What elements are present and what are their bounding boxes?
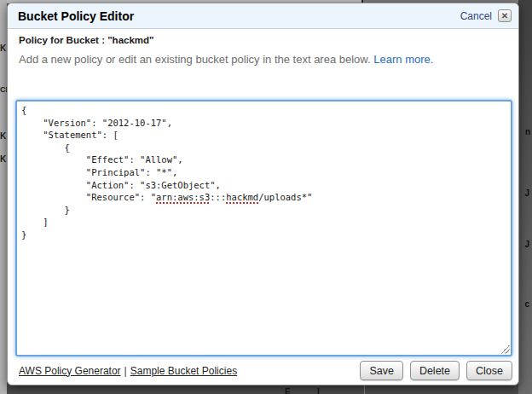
policy-for-bucket-label: Policy for Bucket : "hackmd" xyxy=(19,35,154,45)
background-text-fragment: K xyxy=(0,155,6,164)
link-separator: | xyxy=(124,365,127,377)
policy-textarea[interactable]: { "Version": "2012-10-17", "Statement": … xyxy=(15,100,512,356)
background-text-fragment: J xyxy=(524,189,529,198)
background-text-fragment: c xyxy=(524,300,529,309)
textarea-resize-handle[interactable] xyxy=(501,345,510,354)
background-text-fragment: K xyxy=(0,132,6,141)
aws-policy-generator-link[interactable]: AWS Policy Generator xyxy=(19,365,121,377)
background-page-left xyxy=(0,0,7,394)
dialog-description: Add a new policy or edit an existing buc… xyxy=(19,53,508,66)
background-text-fragment: J xyxy=(524,240,529,249)
background-text-fragment: E xyxy=(285,388,291,394)
close-icon[interactable]: ✕ xyxy=(498,9,512,22)
bucket-policy-editor-dialog: Bucket Policy Editor Cancel ✕ Policy for… xyxy=(7,3,519,385)
dialog-header: Bucket Policy Editor Cancel ✕ xyxy=(8,3,518,29)
cancel-link[interactable]: Cancel xyxy=(460,10,492,22)
delete-button[interactable]: Delete xyxy=(410,361,460,380)
learn-more-link[interactable]: Learn more. xyxy=(373,53,433,66)
background-text-fragment: n xyxy=(525,128,530,136)
background-text-fragment: K xyxy=(0,44,6,53)
policy-textarea-text: { "Version": "2012-10-17", "Statement": … xyxy=(17,101,511,241)
background-page-divider xyxy=(364,385,365,394)
sample-bucket-policies-link[interactable]: Sample Bucket Policies xyxy=(130,365,237,377)
background-text-fragment: l xyxy=(317,388,320,394)
close-button[interactable]: Close xyxy=(466,361,512,380)
save-button[interactable]: Save xyxy=(360,361,403,380)
description-text: Add a new policy or edit an existing buc… xyxy=(19,53,371,66)
dialog-footer: AWS Policy Generator | Sample Bucket Pol… xyxy=(8,356,518,385)
dialog-title: Bucket Policy Editor xyxy=(8,9,134,23)
